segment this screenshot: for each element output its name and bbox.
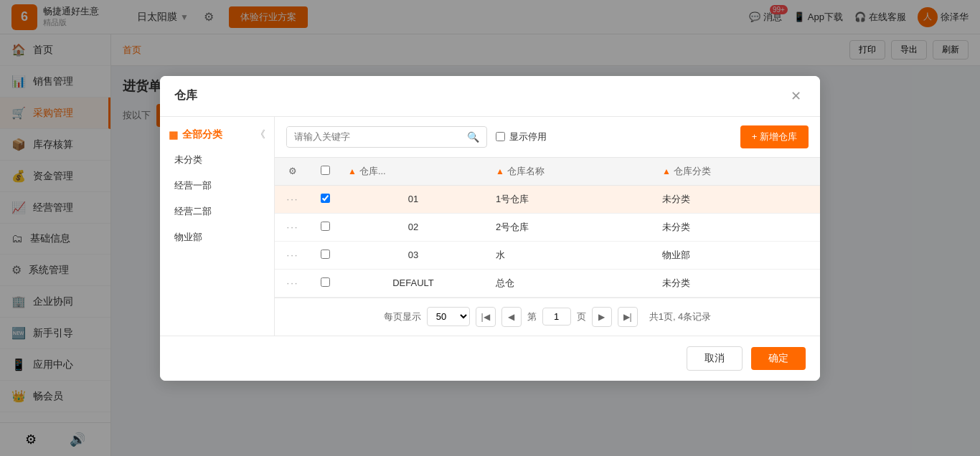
row-checkbox[interactable] — [321, 222, 330, 231]
page-size-label: 每页显示 — [384, 310, 421, 323]
modal-footer: 取消 确定 — [160, 336, 820, 381]
row-category: 未分类 — [654, 185, 820, 213]
table-row[interactable]: ··· 02 2号仓库 未分类 — [275, 213, 820, 241]
row-name: 总仓 — [487, 269, 654, 297]
next-page-button[interactable]: ▶ — [592, 307, 612, 327]
sort-name-icon: ▲ — [496, 166, 504, 176]
action-menu[interactable]: ··· — [287, 277, 299, 288]
cancel-button[interactable]: 取消 — [687, 346, 743, 371]
table-area: 🔍 显示停用 + 新增仓库 ⚙ — [275, 117, 820, 336]
table-row[interactable]: ··· DEFAULT 总仓 未分类 — [275, 269, 820, 297]
row-name: 1号仓库 — [487, 185, 654, 213]
page-unit: 页 — [577, 310, 586, 323]
category-item-3[interactable]: 物业部 — [160, 224, 274, 250]
row-actions: ··· — [275, 269, 311, 297]
modal-close-button[interactable]: ✕ — [786, 86, 806, 106]
row-check — [311, 269, 339, 297]
gear-icon: ⚙ — [288, 166, 297, 176]
all-category-item[interactable]: ▦ 全部分类 《 — [160, 123, 274, 147]
row-actions: ··· — [275, 241, 311, 269]
search-input-wrap: 🔍 — [286, 126, 487, 148]
category-item-1[interactable]: 经营一部 — [160, 173, 274, 199]
row-checkbox[interactable] — [321, 250, 330, 259]
modal-body: ▦ 全部分类 《 未分类 经营一部 经营二部 物业部 — [160, 117, 820, 336]
action-menu[interactable]: ··· — [287, 250, 299, 260]
table-toolbar: 🔍 显示停用 + 新增仓库 — [275, 117, 820, 158]
row-check — [311, 241, 339, 269]
last-page-button[interactable]: ▶| — [618, 307, 638, 327]
search-input[interactable] — [287, 127, 460, 146]
show-disabled-label[interactable]: 显示停用 — [496, 130, 547, 143]
row-checkbox[interactable] — [321, 194, 330, 203]
row-name: 水 — [487, 241, 654, 269]
page-size-select[interactable]: 50 10 20 100 — [427, 307, 470, 326]
category-item-2[interactable]: 经营二部 — [160, 199, 274, 224]
page-input[interactable] — [542, 308, 571, 326]
row-actions: ··· — [275, 185, 311, 213]
row-checkbox[interactable] — [321, 277, 330, 287]
table-header-row: ⚙ ▲ 仓库... — [275, 158, 820, 186]
category-item-0[interactable]: 未分类 — [160, 147, 274, 173]
th-check — [311, 158, 339, 186]
show-disabled-checkbox[interactable] — [496, 132, 505, 141]
sort-icon: ▲ — [348, 166, 357, 176]
collapse-button[interactable]: 《 — [255, 128, 265, 141]
table-row[interactable]: ··· 03 水 物业部 — [275, 241, 820, 269]
table-row[interactable]: ··· 01 1号仓库 未分类 — [275, 185, 820, 213]
first-page-button[interactable]: |◀ — [476, 307, 496, 327]
total-info: 共1页, 4条记录 — [649, 310, 712, 323]
all-category-label: 全部分类 — [182, 128, 222, 141]
modal-header: 仓库 ✕ — [160, 76, 820, 117]
row-code: 01 — [339, 185, 487, 213]
show-disabled-text: 显示停用 — [509, 130, 547, 143]
row-check — [311, 213, 339, 241]
modal-title: 仓库 — [174, 88, 197, 103]
row-category: 未分类 — [654, 269, 820, 297]
th-name: ▲ 仓库名称 — [487, 158, 654, 186]
row-category: 物业部 — [654, 241, 820, 269]
table-scroll: ⚙ ▲ 仓库... — [275, 158, 820, 298]
warehouse-table: ⚙ ▲ 仓库... — [275, 158, 820, 298]
action-menu[interactable]: ··· — [287, 194, 299, 204]
select-all-checkbox[interactable] — [321, 166, 330, 175]
th-code: ▲ 仓库... — [339, 158, 487, 186]
th-category: ▲ 仓库分类 — [654, 158, 820, 186]
table-body: ··· 01 1号仓库 未分类 ··· 02 2号仓库 未分类 ··· — [275, 185, 820, 297]
row-actions: ··· — [275, 213, 311, 241]
row-code: DEFAULT — [339, 269, 487, 297]
page-label: 第 — [527, 310, 537, 323]
th-gear: ⚙ — [275, 158, 311, 186]
grid-icon: ▦ — [169, 129, 178, 141]
row-name: 2号仓库 — [487, 213, 654, 241]
row-check — [311, 185, 339, 213]
confirm-button[interactable]: 确定 — [751, 347, 806, 370]
warehouse-modal: 仓库 ✕ ▦ 全部分类 《 未分类 经营一部 经营二部 — [160, 76, 820, 381]
pagination: 每页显示 50 10 20 100 |◀ ◀ 第 页 ▶ ▶| 共1页, 4条记… — [275, 298, 820, 336]
search-icon-button[interactable]: 🔍 — [460, 127, 486, 147]
modal-overlay: 仓库 ✕ ▦ 全部分类 《 未分类 经营一部 经营二部 — [0, 0, 980, 456]
category-sidebar: ▦ 全部分类 《 未分类 经营一部 经营二部 物业部 — [160, 117, 275, 336]
add-warehouse-button[interactable]: + 新增仓库 — [740, 125, 809, 148]
prev-page-button[interactable]: ◀ — [501, 307, 522, 327]
action-menu[interactable]: ··· — [287, 222, 299, 232]
row-category: 未分类 — [654, 213, 820, 241]
sort-cat-icon: ▲ — [662, 166, 671, 176]
row-code: 02 — [339, 213, 487, 241]
row-code: 03 — [339, 241, 487, 269]
